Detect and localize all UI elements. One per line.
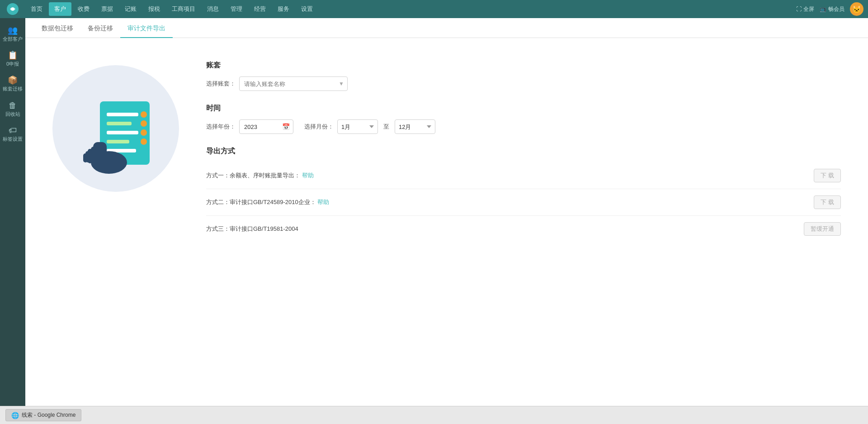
- nav-message[interactable]: 消息: [202, 2, 224, 16]
- dropdown-icon: ▼: [339, 81, 344, 87]
- top-navigation: 首页 客户 收费 票据 记账 报税 工商项目 消息 管理 经营 服务 设置 ⛶ …: [0, 0, 868, 18]
- nav-account[interactable]: 记账: [119, 2, 142, 16]
- month-start-wrap: 1月2月3月 4月5月6月 7月8月9月 10月11月12月: [337, 119, 378, 134]
- sidebar-item-recycle[interactable]: 🗑 回收站: [0, 98, 25, 121]
- svg-point-8: [141, 111, 147, 118]
- left-sidebar: 👥 全部客户 📋 0申报 📦 账套迁移 🗑 回收站 🏷 标签设置: [0, 18, 25, 406]
- export-section-title: 导出方式: [206, 147, 841, 156]
- chrome-icon: 🌐: [11, 412, 19, 419]
- sidebar-item-account-migration[interactable]: 📦 账套迁移: [0, 72, 25, 95]
- avatar[interactable]: 🐱: [850, 2, 863, 16]
- nav-home[interactable]: 首页: [25, 2, 48, 16]
- fullscreen-icon: ⛶: [796, 6, 802, 12]
- recycle-icon: 🗑: [9, 101, 17, 110]
- method-1-download-button[interactable]: 下 载: [814, 169, 841, 182]
- export-method-2: 方式二：审计接口GB/T24589-2010企业： 帮助 下 载: [206, 189, 841, 216]
- svg-point-11: [141, 138, 147, 145]
- tab-backup-migration[interactable]: 备份迁移: [80, 20, 120, 38]
- illustration-circle: [52, 65, 179, 192]
- svg-rect-6: [107, 140, 129, 143]
- sidebar-item-label: 标签设置: [3, 136, 23, 142]
- account-input[interactable]: [239, 76, 348, 91]
- fullscreen-button[interactable]: ⛶ 全屏: [796, 5, 814, 13]
- to-label: 至: [383, 123, 389, 131]
- account-select-wrap: ▼: [239, 76, 348, 91]
- tab-bar: 数据包迁移 备份迁移 审计文件导出: [25, 18, 868, 38]
- nav-operation[interactable]: 经营: [249, 2, 271, 16]
- taskbar-item-label: 线索 - Google Chrome: [22, 411, 75, 419]
- nav-items: 首页 客户 收费 票据 记账 报税 工商项目 消息 管理 经营 服务 设置: [25, 2, 796, 16]
- page-body: 账套 选择账套： ▼ 时间 选择年份： 202: [25, 38, 868, 406]
- app-logo[interactable]: [5, 1, 21, 17]
- year-input-wrap: 2023 📅: [239, 119, 293, 134]
- month-start-select[interactable]: 1月2月3月 4月5月6月 7月8月9月 10月11月12月: [337, 119, 378, 134]
- export-method-3: 方式三：审计接口GB/T19581-2004 暂缓开通: [206, 216, 841, 242]
- sidebar-item-label: 0申报: [6, 61, 19, 67]
- export-section: 导出方式 方式一：余额表、序时账批量导出： 帮助 下 载 方式二：审计接口GB/…: [206, 147, 841, 242]
- nav-invoice[interactable]: 票据: [96, 2, 118, 16]
- sidebar-item-label: 账套迁移: [3, 86, 23, 92]
- migration-icon: 📦: [8, 76, 18, 84]
- svg-rect-4: [107, 122, 132, 125]
- main-layout: 👥 全部客户 📋 0申报 📦 账套迁移 🗑 回收站 🏷 标签设置 数据包迁移 备…: [0, 18, 868, 406]
- account-section-title: 账套: [206, 61, 841, 70]
- svg-rect-5: [107, 131, 138, 134]
- svg-point-10: [141, 129, 147, 136]
- vip-button[interactable]: 📺 畅会员: [820, 5, 844, 13]
- nav-service[interactable]: 服务: [272, 2, 295, 16]
- sidebar-item-label: 回收站: [5, 111, 20, 117]
- illustration-area: [52, 56, 179, 388]
- nav-customer[interactable]: 客户: [49, 2, 71, 16]
- nav-right: ⛶ 全屏 📺 畅会员 🐱: [796, 2, 863, 16]
- time-section-title: 时间: [206, 104, 841, 113]
- year-label: 选择年份：: [206, 123, 236, 131]
- export-method-1: 方式一：余额表、序时账批量导出： 帮助 下 载: [206, 162, 841, 189]
- method-1-help-link[interactable]: 帮助: [302, 172, 314, 179]
- svg-rect-3: [107, 113, 138, 116]
- svg-point-9: [141, 120, 147, 127]
- method-2-download-button[interactable]: 下 载: [814, 195, 841, 209]
- time-section: 时间 选择年份： 2023 📅 选择月份： 1月2月3月 4月5月6月: [206, 104, 841, 134]
- sidebar-item-zero-report[interactable]: 📋 0申报: [0, 48, 25, 71]
- taskbar: 🌐 线索 - Google Chrome: [0, 406, 868, 424]
- account-row: 选择账套： ▼: [206, 76, 841, 91]
- tab-audit-export[interactable]: 审计文件导出: [120, 20, 173, 38]
- vip-icon: 📺: [820, 6, 826, 12]
- svg-rect-17: [83, 153, 88, 162]
- month-label: 选择月份：: [304, 123, 334, 131]
- customers-icon: 👥: [8, 26, 18, 34]
- content-area: 数据包迁移 备份迁移 审计文件导出: [25, 18, 868, 406]
- account-section: 账套 选择账套： ▼: [206, 61, 841, 91]
- nav-business[interactable]: 工商项目: [166, 2, 201, 16]
- nav-tax[interactable]: 报税: [143, 2, 165, 16]
- form-area: 账套 选择账套： ▼ 时间 选择年份： 202: [206, 56, 841, 388]
- sidebar-item-label: 全部客户: [3, 36, 23, 42]
- month-end-select[interactable]: 1月2月3月 4月5月6月 7月8月9月 10月11月12月: [395, 119, 435, 134]
- nav-fee[interactable]: 收费: [72, 2, 95, 16]
- account-label: 选择账套：: [206, 80, 236, 88]
- svg-point-1: [11, 8, 14, 10]
- tab-data-migration[interactable]: 数据包迁移: [34, 20, 80, 38]
- zero-report-icon: 📋: [8, 51, 18, 59]
- nav-settings[interactable]: 设置: [296, 2, 318, 16]
- method-3-text: 方式三：审计接口GB/T19581-2004: [206, 225, 798, 233]
- method-1-text: 方式一：余额表、序时账批量导出： 帮助: [206, 172, 808, 180]
- calendar-icon: 📅: [282, 123, 290, 130]
- taskbar-chrome-item[interactable]: 🌐 线索 - Google Chrome: [5, 409, 81, 421]
- month-end-wrap: 1月2月3月 4月5月6月 7月8月9月 10月11月12月: [395, 119, 435, 134]
- method-2-help-link[interactable]: 帮助: [317, 199, 329, 205]
- sidebar-item-all-customers[interactable]: 👥 全部客户: [0, 23, 25, 46]
- tag-icon: 🏷: [9, 126, 17, 134]
- time-row: 选择年份： 2023 📅 选择月份： 1月2月3月 4月5月6月 7月8月9月 …: [206, 119, 841, 134]
- sidebar-item-tag-settings[interactable]: 🏷 标签设置: [0, 123, 25, 146]
- nav-manage[interactable]: 管理: [225, 2, 248, 16]
- method-2-text: 方式二：审计接口GB/T24589-2010企业： 帮助: [206, 198, 808, 206]
- method-3-coming-soon-button[interactable]: 暂缓开通: [804, 222, 841, 236]
